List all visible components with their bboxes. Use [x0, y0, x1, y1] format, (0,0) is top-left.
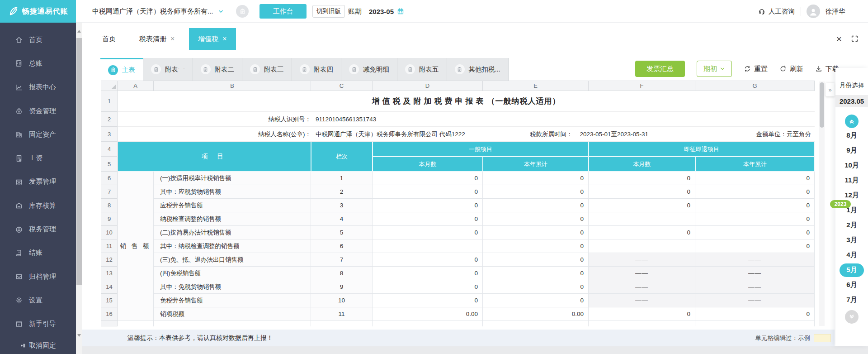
col-header-E[interactable]: E: [483, 81, 589, 91]
month-item-2月[interactable]: 2月: [840, 218, 864, 233]
sidebar-item-salary[interactable]: 工资: [0, 146, 76, 170]
close-icon[interactable]: ×: [222, 35, 226, 43]
sheet-vertical-scrollbar[interactable]: [819, 81, 825, 326]
sheet-cell[interactable]: 0: [373, 199, 483, 212]
username[interactable]: 徐泽华: [826, 0, 845, 23]
month-item-6月[interactable]: 6月: [840, 277, 864, 292]
sheet-cell[interactable]: [589, 212, 695, 226]
sidebar-item-inventory[interactable]: 库存核算: [0, 194, 76, 217]
row-header-10[interactable]: 10: [101, 226, 118, 239]
months-scroll-up-button[interactable]: [845, 115, 859, 128]
scrollbar-thumb[interactable]: [76, 38, 82, 285]
col-header-A[interactable]: A: [118, 81, 154, 91]
sheet-cell[interactable]: 0: [483, 253, 589, 267]
col-header-F[interactable]: F: [589, 81, 695, 91]
sheet-tab-annex5[interactable]: 附表五: [397, 58, 447, 81]
month-item-3月[interactable]: 3月: [840, 233, 864, 248]
col-header-C[interactable]: C: [311, 81, 373, 91]
row-header-4[interactable]: 4: [101, 142, 118, 157]
row-header-9[interactable]: 9: [101, 212, 118, 226]
sheet-cell[interactable]: 0: [373, 212, 483, 226]
tab-home[interactable]: 首页: [93, 28, 125, 50]
month-item-10月[interactable]: 10月: [840, 158, 864, 173]
period-value[interactable]: 2023-05: [369, 0, 394, 23]
row-header-13[interactable]: 13: [101, 267, 118, 280]
sidebar-item-tax-management[interactable]: 税务管理: [0, 217, 76, 241]
months-scroll-down-button[interactable]: [845, 310, 859, 324]
sheet-cell[interactable]: 0: [589, 185, 695, 199]
sheet-cell[interactable]: 0: [695, 212, 815, 226]
sidebar-item-fund-management[interactable]: 资金管理: [0, 99, 76, 123]
tab-tax-form-list[interactable]: 税表清册×: [130, 28, 184, 50]
sheet-cell[interactable]: 0: [373, 294, 483, 307]
sheet-tab-annex3[interactable]: 附表三: [242, 58, 292, 81]
sheet-cell[interactable]: 0: [373, 172, 483, 185]
sheet-tab-other-deduction[interactable]: 其他扣税...: [447, 58, 509, 81]
month-item-9月[interactable]: 9月: [840, 143, 864, 158]
sheet-cell[interactable]: 0: [373, 253, 483, 267]
reset-button[interactable]: 重置: [744, 65, 768, 73]
sheet-tab-deduction-detail[interactable]: 减免明细: [341, 58, 397, 81]
sidebar-item-settings[interactable]: 设置: [0, 288, 76, 312]
sheet-cell[interactable]: 0: [483, 267, 589, 280]
invoice-summary-button[interactable]: 发票汇总: [635, 61, 685, 77]
row-header-17[interactable]: [101, 321, 118, 326]
sheet-cell[interactable]: 0: [483, 294, 589, 307]
month-item-11月[interactable]: 11月: [840, 173, 864, 188]
month-item-4月[interactable]: 4月: [840, 248, 864, 263]
row-header-15[interactable]: 15: [101, 294, 118, 307]
sidebar-item-home[interactable]: 首页: [0, 28, 76, 52]
sheet-cell[interactable]: [589, 239, 695, 253]
row-header-7[interactable]: 7: [101, 185, 118, 199]
col-header-D[interactable]: D: [373, 81, 483, 91]
refresh-button[interactable]: 刷新: [779, 65, 803, 73]
month-panel-toggle[interactable]: »: [826, 83, 835, 96]
sheet-corner[interactable]: [101, 81, 118, 91]
month-item-8月[interactable]: 8月: [840, 128, 864, 143]
sheet-cell[interactable]: 0: [483, 212, 589, 226]
clipboard-button[interactable]: [236, 5, 249, 18]
sidebar-item-guide[interactable]: 新手引导: [0, 312, 76, 336]
sheet-tab-main[interactable]: 主表: [100, 58, 143, 81]
sheet-tab-annex4[interactable]: 附表四: [292, 58, 342, 81]
sheet-cell[interactable]: 0: [695, 185, 815, 199]
sheet-tab-annex1[interactable]: 附表一: [143, 58, 193, 81]
sheet-cell[interactable]: 0: [373, 280, 483, 294]
close-icon[interactable]: ×: [170, 35, 175, 43]
sheet-cell[interactable]: 0: [483, 172, 589, 185]
row-header-3[interactable]: 3: [101, 127, 118, 142]
sheet-cell[interactable]: [373, 239, 483, 253]
avatar[interactable]: [807, 5, 820, 18]
switch-old-version-button[interactable]: 切到旧版: [312, 5, 345, 18]
sheet-cell[interactable]: 0: [695, 307, 815, 321]
sheet-cell[interactable]: 0.00: [373, 307, 483, 321]
sheet-cell[interactable]: 0: [483, 280, 589, 294]
scrollbar-thumb[interactable]: [820, 82, 824, 128]
row-header-1[interactable]: 1: [101, 91, 118, 112]
col-header-B[interactable]: B: [154, 81, 311, 91]
row-header-11[interactable]: 11: [101, 239, 118, 253]
month-item-5月[interactable]: 5月: [840, 263, 864, 277]
sidebar-item-general-ledger[interactable]: 总账: [0, 52, 76, 75]
workbench-button[interactable]: 工作台: [259, 4, 307, 19]
sheet-cell[interactable]: 0: [373, 226, 483, 239]
row-header-14[interactable]: 14: [101, 280, 118, 294]
unpin-button[interactable]: 取消固定: [0, 337, 76, 354]
row-header-2[interactable]: 2: [101, 112, 118, 127]
sidebar-item-invoice-management[interactable]: 发票管理: [0, 170, 76, 194]
calendar-icon[interactable]: [397, 8, 404, 15]
opening-balance-button[interactable]: 期初: [697, 61, 732, 77]
app-logo[interactable]: 畅捷通易代账: [0, 0, 76, 23]
sheet-cell[interactable]: 0: [483, 199, 589, 212]
sidebar-item-closing[interactable]: 结账: [0, 241, 76, 265]
tab-vat[interactable]: 增值税×: [189, 28, 236, 50]
sheet-cell[interactable]: 0: [589, 199, 695, 212]
sheet-cell[interactable]: 0: [483, 239, 589, 253]
sheet-cell[interactable]: 0: [373, 185, 483, 199]
sheet-cell[interactable]: 0: [695, 172, 815, 185]
scroll-up-arrow-icon[interactable]: [77, 30, 81, 33]
col-header-G[interactable]: G: [695, 81, 815, 91]
row-header-16[interactable]: 16: [101, 307, 118, 321]
sheet-cell[interactable]: 0: [589, 172, 695, 185]
month-item-7月[interactable]: 7月: [840, 292, 864, 307]
